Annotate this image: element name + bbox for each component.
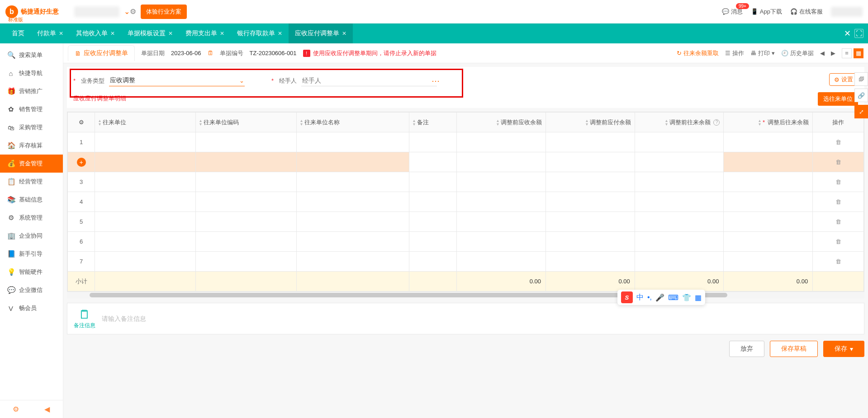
table-row[interactable]: 7🗑 <box>68 252 864 272</box>
col-post-bal[interactable]: ▴▾*调整后往来余额 <box>724 113 813 132</box>
trash-icon[interactable]: 🗑 <box>835 258 841 265</box>
chevron-down-icon[interactable]: ⌄ <box>239 77 244 84</box>
close-icon[interactable]: ✕ <box>278 30 282 37</box>
save-button[interactable]: 保存▾ <box>823 341 864 357</box>
trash-icon[interactable]: 🗑 <box>835 198 841 205</box>
sidebar-item-system[interactable]: ⚙系统管理 <box>0 209 63 227</box>
tab-template[interactable]: 单据模板设置✕ <box>121 23 179 43</box>
table-row[interactable]: 6🗑 <box>68 232 864 252</box>
table-row-active[interactable]: +🗑 <box>68 152 864 172</box>
close-icon[interactable]: ✕ <box>168 30 173 37</box>
app-header: b 畅捷通好生意 标准版 ⌄ ⚙ 体验行业方案 💬 消息 99+ 📱 App下载… <box>0 0 868 23</box>
select-unit-button[interactable]: 选往来单位 <box>818 92 858 106</box>
sidebar-item-inventory[interactable]: 🏠库存核算 <box>0 136 63 155</box>
gear-icon[interactable]: ⚙ <box>130 7 136 16</box>
sidebar-item-marketing[interactable]: 🎁营销推广 <box>0 82 63 100</box>
ime-grid-icon[interactable]: ▦ <box>695 293 702 302</box>
trash-icon[interactable]: 🗑 <box>835 139 841 146</box>
sidebar-item-operation[interactable]: 📋经营管理 <box>0 173 63 191</box>
sidebar-item-hardware[interactable]: 💡智能硬件 <box>0 263 63 281</box>
calendar-icon[interactable]: 🗓 <box>208 50 213 56</box>
col-gear[interactable]: ⚙ <box>68 113 95 132</box>
save-draft-button[interactable]: 保存草稿 <box>770 341 818 357</box>
col-unit-name[interactable]: ▴▾往来单位名称 <box>297 113 409 132</box>
company-switcher[interactable]: ⌄ <box>74 6 130 17</box>
tab-adjust[interactable]: 应收应付调整单✕ <box>289 23 353 43</box>
close-icon[interactable]: ✕ <box>220 30 224 37</box>
tab-payment[interactable]: 付款单✕ <box>31 23 70 43</box>
view-card-icon[interactable]: ▦ <box>854 48 863 58</box>
col-remark[interactable]: ▴▾备注 <box>409 113 457 132</box>
ime-punct-icon[interactable]: •, <box>647 293 652 301</box>
sidebar-item-enterprise[interactable]: 🏢企业协同 <box>0 227 63 245</box>
close-icon[interactable]: ✕ <box>59 30 63 37</box>
sidebar-item-search[interactable]: 🔍搜索菜单 <box>0 46 63 64</box>
rail-note-icon[interactable]: 🗊 <box>854 72 868 86</box>
col-unit[interactable]: ▴▾往来单位 <box>95 113 196 132</box>
app-download-link[interactable]: 📱 App下载 <box>751 8 782 16</box>
sidebar-item-finance[interactable]: 💰资金管理 <box>0 155 63 173</box>
sidebar-item-guide[interactable]: 📘新手引导 <box>0 245 63 263</box>
print-link[interactable]: 🖶 打印 ▾ <box>750 49 775 57</box>
col-pre-recv[interactable]: ▴▾调整前应收余额 <box>457 113 546 132</box>
view-list-icon[interactable]: ≡ <box>842 48 852 58</box>
detail-section-title: 应收应付调整单明细 <box>73 94 858 103</box>
rail-link-icon[interactable]: 🔗 <box>854 89 868 102</box>
close-icon[interactable]: ✕ <box>110 30 115 37</box>
support-label: 在线客服 <box>799 8 823 16</box>
trash-icon[interactable]: 🗑 <box>835 178 841 185</box>
rail-expand-icon[interactable]: ⤢ <box>854 105 868 118</box>
more-icon[interactable]: ⋯ <box>432 76 440 86</box>
add-row[interactable]: + <box>68 152 95 172</box>
col-unit-code[interactable]: ▴▾往来单位编码 <box>196 113 297 132</box>
ime-toolbar[interactable]: S 中 •, 🎤 ⌨ 👕 ▦ <box>617 290 705 305</box>
support-link[interactable]: 🎧 在线客服 <box>790 8 823 16</box>
ime-skin-icon[interactable]: 👕 <box>682 293 691 302</box>
table-row[interactable]: 3🗑 <box>68 172 864 192</box>
ime-lang[interactable]: 中 <box>636 293 644 302</box>
date-value[interactable]: 2023-06-06 <box>171 50 201 56</box>
trash-icon[interactable]: 🗑 <box>835 159 841 165</box>
sidebar-item-sales[interactable]: ✿销售管理 <box>0 100 63 118</box>
refetch-balance-link[interactable]: ↻ 往来余额重取 <box>677 49 719 57</box>
close-icon[interactable]: ✕ <box>342 30 346 37</box>
operate-link[interactable]: ☰ 操作 <box>725 49 744 57</box>
sidebar-item-quick-nav[interactable]: ⌂快捷导航 <box>0 64 63 82</box>
trash-icon[interactable]: 🗑 <box>835 218 841 225</box>
trash-icon[interactable]: 🗑 <box>835 238 841 245</box>
sidebar-item-basic[interactable]: 📚基础信息 <box>0 191 63 209</box>
sidebar-item-purchase[interactable]: 🛍采购管理 <box>0 118 63 136</box>
horizontal-scrollbar[interactable] <box>67 292 864 298</box>
settings-button[interactable]: ⚙设置 <box>829 73 858 86</box>
help-icon[interactable]: ? <box>713 119 720 126</box>
fullscreen-icon[interactable]: ⛶ <box>854 29 863 38</box>
prev-doc-icon[interactable]: ◀ <box>820 50 825 56</box>
ime-keyboard-icon[interactable]: ⌨ <box>668 293 678 302</box>
messages-link[interactable]: 💬 消息 99+ <box>722 8 743 16</box>
tab-other-income[interactable]: 其他收入单✕ <box>70 23 121 43</box>
sidebar-settings-icon[interactable]: ⚙ <box>0 400 32 418</box>
tab-home[interactable]: 首页 <box>5 23 31 43</box>
remark-input[interactable] <box>102 315 858 322</box>
tab-expense[interactable]: 费用支出单✕ <box>179 23 231 43</box>
col-pre-bal[interactable]: ▴▾调整前往来余额? <box>635 113 724 132</box>
user-info-blurred[interactable] <box>831 7 863 17</box>
discard-button[interactable]: 放弃 <box>729 341 764 357</box>
close-all-tabs-icon[interactable]: ✕ <box>844 28 851 38</box>
table-row[interactable]: 5🗑 <box>68 212 864 232</box>
tab-bank[interactable]: 银行存取款单✕ <box>231 23 289 43</box>
experience-button[interactable]: 体验行业方案 <box>141 5 187 19</box>
sidebar-item-wechat[interactable]: 💬企业微信 <box>0 281 63 299</box>
table-row[interactable]: 1🗑 <box>68 132 864 152</box>
col-pre-pay[interactable]: ▴▾调整前应付余额 <box>545 113 635 132</box>
sidebar-item-member[interactable]: V畅会员 <box>0 299 63 317</box>
plus-icon[interactable]: + <box>77 158 86 167</box>
handler-input[interactable] <box>301 75 437 86</box>
wechat-icon: 💬 <box>7 286 14 294</box>
table-row[interactable]: 4🗑 <box>68 192 864 212</box>
next-doc-icon[interactable]: ▶ <box>831 50 835 56</box>
ime-mic-icon[interactable]: 🎤 <box>655 293 664 302</box>
biz-type-input[interactable] <box>109 75 245 86</box>
sidebar-collapse-icon[interactable]: ◀ <box>32 400 63 418</box>
history-link[interactable]: 🕘 历史单据 <box>781 49 814 57</box>
